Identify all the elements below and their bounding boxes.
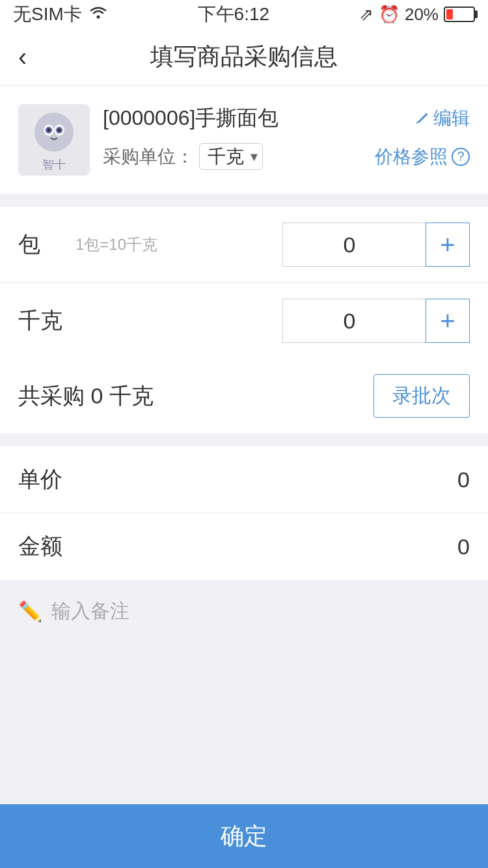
- summary-row: 共采购 0 千克 录批次: [0, 359, 488, 433]
- section-divider-2: [0, 433, 488, 446]
- info-section: 单价 0 金额 0: [0, 446, 488, 580]
- svg-point-1: [34, 113, 74, 152]
- section-divider-1: [0, 194, 488, 207]
- note-placeholder: 输入备注: [51, 598, 129, 625]
- qianke-row: 千克 +: [0, 283, 488, 359]
- wifi-icon: [88, 4, 108, 25]
- bao-plus-button[interactable]: +: [426, 223, 470, 267]
- help-icon: ?: [452, 148, 470, 166]
- battery-percent: 20%: [405, 5, 439, 25]
- status-bar: 无SIM卡 下午6:12 ⇗ ⏰ 20%: [0, 0, 488, 29]
- input-section: 包 1包=10千克 + 千克 +: [0, 207, 488, 359]
- svg-point-6: [47, 129, 51, 132]
- amount-row: 金额 0: [0, 513, 488, 580]
- note-section[interactable]: ✏️ 输入备注: [0, 580, 488, 643]
- svg-point-7: [58, 129, 61, 132]
- page-title: 填写商品采购信息: [150, 41, 338, 73]
- product-card: 智十 [0000006]手撕面包 编辑 采购单位：: [0, 86, 488, 194]
- amount-label: 金额: [18, 532, 62, 562]
- product-thumbnail: 智十: [31, 109, 77, 170]
- bao-row: 包 1包=10千克 +: [0, 207, 488, 283]
- product-name: [0000006]手撕面包: [103, 104, 278, 133]
- product-info: [0000006]手撕面包 编辑 采购单位： 千克 包: [103, 104, 470, 170]
- unit-select[interactable]: 千克 包: [199, 143, 263, 170]
- alarm-icon: ⏰: [379, 5, 400, 25]
- qianke-plus-button[interactable]: +: [426, 299, 470, 343]
- nav-bar: ‹ 填写商品采购信息: [0, 29, 488, 86]
- battery-icon: [444, 7, 475, 22]
- record-batch-button[interactable]: 录批次: [373, 374, 470, 418]
- bao-label: 包: [18, 230, 70, 260]
- unit-select-wrap[interactable]: 千克 包: [199, 143, 263, 170]
- qianke-input[interactable]: [282, 299, 426, 343]
- location-icon: ⇗: [359, 5, 373, 25]
- price-ref-button[interactable]: 价格参照 ?: [375, 144, 470, 169]
- unit-price-value: 0: [457, 467, 470, 493]
- confirm-bar[interactable]: 确定: [0, 804, 488, 868]
- back-button[interactable]: ‹: [18, 42, 27, 72]
- status-right: ⇗ ⏰ 20%: [359, 5, 475, 25]
- product-image: 智十: [18, 104, 90, 176]
- edit-button[interactable]: 编辑: [414, 106, 470, 131]
- unit-price-label: 单价: [18, 465, 62, 495]
- unit-label: 采购单位：: [103, 144, 194, 169]
- confirm-button-label: 确定: [221, 821, 267, 852]
- time-display: 下午6:12: [198, 2, 270, 27]
- bao-input[interactable]: [282, 223, 426, 267]
- unit-price-row: 单价 0: [0, 446, 488, 513]
- bao-hint: 1包=10千克: [75, 234, 157, 255]
- pencil-icon: ✏️: [18, 600, 42, 623]
- carrier-label: 无SIM卡: [13, 2, 82, 27]
- summary-text: 共采购 0 千克: [18, 381, 154, 411]
- status-left: 无SIM卡: [13, 2, 108, 27]
- svg-point-0: [96, 16, 100, 19]
- qianke-label: 千克: [18, 306, 70, 336]
- amount-value: 0: [457, 534, 470, 560]
